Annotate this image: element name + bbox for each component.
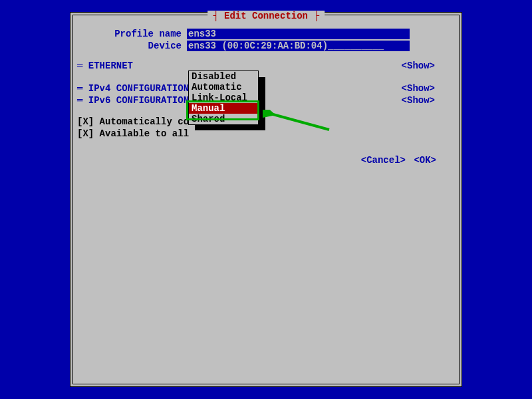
dropdown-item-shared[interactable]: Shared xyxy=(189,114,258,124)
device-row: Device ens33 (00:0C:29:AA:BD:04)________… xyxy=(84,41,455,51)
ok-button[interactable]: <OK> xyxy=(414,155,436,166)
ipv6-label: ═ IPv6 CONFIGURATION xyxy=(77,95,189,106)
available-all-checkbox[interactable]: [X] Available to all xyxy=(77,128,455,139)
dropdown-item-automatic[interactable]: Automatic xyxy=(189,82,258,92)
ipv6-show-link[interactable]: <Show> xyxy=(402,95,435,106)
dropdown-item-manual[interactable]: Manual xyxy=(189,103,258,114)
dialog-title: ┤ Edit Connection ├ xyxy=(207,11,325,21)
ipv4-section: ═ IPv4 CONFIGURATION <Show> xyxy=(77,83,455,94)
ethernet-show-link[interactable]: <Show> xyxy=(402,61,435,71)
edit-connection-dialog: ┤ Edit Connection ├ Profile name ens33 D… xyxy=(70,12,462,387)
ipv6-section: ═ IPv6 CONFIGURATION <Show> xyxy=(77,95,455,106)
profile-name-row: Profile name ens33 xyxy=(84,29,455,39)
ethernet-label: ═ ETHERNET xyxy=(77,61,133,71)
ipv4-show-link[interactable]: <Show> xyxy=(402,83,435,94)
config-mode-dropdown[interactable]: Disabled Automatic Link-Local Manual Sha… xyxy=(188,70,259,125)
profile-name-label: Profile name xyxy=(84,29,187,39)
dropdown-item-link-local[interactable]: Link-Local xyxy=(189,92,258,103)
dropdown-item-disabled[interactable]: Disabled xyxy=(189,71,258,82)
auto-connect-checkbox[interactable]: [X] Automatically co xyxy=(77,116,455,127)
dialog-content: Profile name ens33 Device ens33 (00:0C:2… xyxy=(77,29,455,139)
profile-name-input[interactable]: ens33 xyxy=(187,29,410,39)
device-input[interactable]: ens33 (00:0C:29:AA:BD:04)__________ xyxy=(187,41,410,51)
dialog-buttons: <Cancel> <OK> xyxy=(358,155,436,166)
ipv4-label: ═ IPv4 CONFIGURATION xyxy=(77,83,189,94)
ethernet-section: ═ ETHERNET <Show> xyxy=(77,61,455,71)
cancel-button[interactable]: <Cancel> xyxy=(361,155,406,166)
device-label: Device xyxy=(84,41,187,51)
